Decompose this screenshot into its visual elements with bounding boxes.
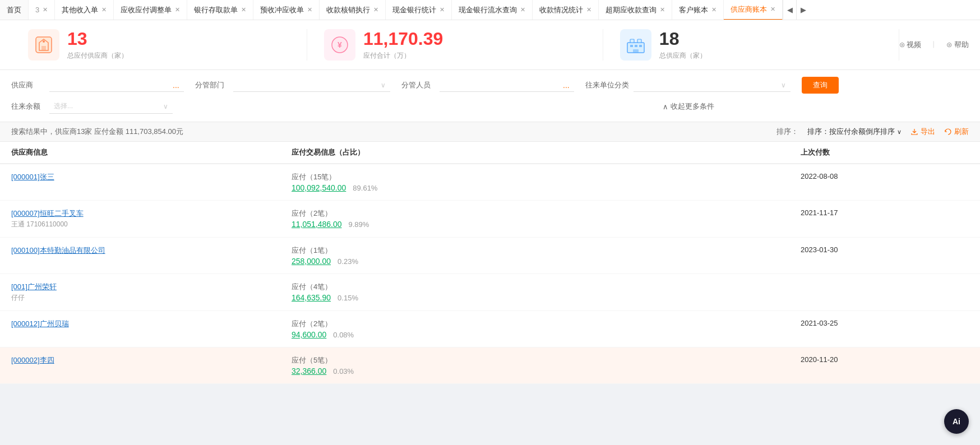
svg-rect-10 (630, 39, 634, 43)
trans-amount-3[interactable]: 258,000.00 (292, 257, 331, 266)
close-cash-bank-flow-icon[interactable]: ✕ (520, 6, 525, 13)
supplier-link-1[interactable]: [000001]张三 (11, 173, 54, 181)
dept-chevron-icon: ∨ (381, 81, 386, 89)
svg-rect-9 (633, 49, 639, 53)
transaction-info-4: 应付（4笔） 164,635.90 0.15% (292, 282, 801, 302)
trans-label-2: 应付（2笔） (292, 208, 801, 219)
nav-next-arrow[interactable]: ▶ (796, 0, 810, 20)
trans-percent-5: 0.08% (333, 331, 354, 339)
sort-chevron-icon: ∨ (897, 128, 902, 136)
trans-amount-6[interactable]: 32,366.00 (292, 367, 326, 376)
close-overdue-ar-icon[interactable]: ✕ (660, 6, 665, 13)
trans-row-2: 11,051,486.00 9.89% (292, 220, 801, 229)
trans-amount-2[interactable]: 11,051,486.00 (292, 220, 342, 229)
dept-filter-select[interactable]: ∨ (233, 79, 390, 92)
close-ar-ap-adjust-icon[interactable]: ✕ (175, 6, 180, 13)
supplier-link-4[interactable]: [001]广州荣轩 (11, 282, 57, 291)
transaction-info-5: 应付（2笔） 94,600.00 0.08% (292, 319, 801, 339)
balance-filter-select[interactable]: 选择... ∨ (49, 99, 173, 114)
person-dots-btn[interactable]: ... (563, 81, 570, 90)
search-button[interactable]: 查询 (802, 77, 839, 94)
supplier-filter-input[interactable] (49, 78, 173, 91)
trans-percent-4: 0.15% (338, 294, 358, 302)
refresh-button[interactable]: 刷新 (944, 127, 969, 137)
collapse-filters-btn[interactable]: ∧ 收起更多条件 (663, 98, 714, 115)
supplier-dots-btn[interactable]: ... (173, 81, 179, 90)
filter-bar: 供应商 ... 分管部门 ∨ 分管人员 ... 往来单位分类 ∨ (0, 70, 980, 122)
supplier-link-5[interactable]: [000012]广州贝瑞 (11, 319, 69, 328)
nav-cash-bank-flow[interactable]: 现金银行流水查询 ✕ (452, 0, 533, 20)
svg-rect-7 (635, 45, 637, 47)
ap-amount-number: 11,170.39 (363, 29, 443, 49)
nav-home[interactable]: 首页 (0, 0, 29, 20)
export-button[interactable]: 导出 (910, 127, 935, 137)
nav-cash-bank-stat[interactable]: 现金银行统计 ✕ (386, 0, 452, 20)
summary-card-ap-amount: ¥ 11,170.39 应付合计（万） (307, 29, 603, 61)
nav-tab3[interactable]: 3 ✕ (29, 0, 55, 20)
nav-overdue-ar[interactable]: 超期应收款查询 ✕ (599, 0, 672, 20)
close-supplier-ledger-icon[interactable]: ✕ (770, 6, 775, 13)
table-header: 供应商信息 应付交易信息（占比） 上次付数 (0, 142, 980, 164)
balance-chevron-icon: ∨ (163, 103, 168, 110)
close-advance-ar-icon[interactable]: ✕ (307, 6, 312, 13)
person-filter-label: 分管人员 (401, 80, 435, 90)
table-row: [000007]恒旺二手叉车 王通 17106110000 应付（2笔） 11,… (0, 201, 980, 238)
trans-amount-4[interactable]: 164,635.90 (292, 293, 331, 302)
close-other-income-icon[interactable]: ✕ (101, 6, 107, 13)
close-bank-deposit-icon[interactable]: ✕ (241, 6, 246, 13)
close-tab3-icon[interactable]: ✕ (43, 6, 48, 13)
trans-label-5: 应付（2笔） (292, 319, 801, 329)
trans-percent-3: 0.23% (338, 257, 358, 266)
nav-collection-exec[interactable]: 收款核销执行 ✕ (320, 0, 386, 20)
nav-bank-deposit[interactable]: 银行存取款单 ✕ (187, 0, 253, 20)
supplier-info-3: [000100]本特勤油品有限公司 (11, 245, 292, 256)
transaction-info-1: 应付（15笔） 100,092,540.00 89.61% (292, 172, 801, 192)
nav-prev-arrow[interactable]: ◀ (783, 0, 796, 20)
close-customer-ledger-icon[interactable]: ✕ (711, 6, 716, 13)
video-help-link[interactable]: ⊙ 视频 (899, 40, 922, 50)
supplier-info-1: [000001]张三 (11, 172, 292, 182)
supplier-info-5: [000012]广州贝瑞 (11, 319, 292, 329)
refresh-label: 刷新 (954, 127, 969, 137)
close-cash-bank-stat-icon[interactable]: ✕ (440, 6, 445, 13)
trans-amount-1[interactable]: 100,092,540.00 (292, 183, 346, 192)
ap-suppliers-icon (28, 29, 59, 61)
svg-rect-8 (639, 45, 642, 47)
trans-row-1: 100,092,540.00 89.61% (292, 183, 801, 192)
nav-advance-ar[interactable]: 预收冲应收单 ✕ (253, 0, 320, 20)
supplier-link-3[interactable]: [000100]本特勤油品有限公司 (11, 246, 105, 254)
result-actions: 排序： 排序：按应付余额倒序排序 ∨ 导出 刷新 (776, 127, 969, 137)
supplier-link-2[interactable]: [000007]恒旺二手叉车 (11, 209, 84, 217)
nav-collection-stat[interactable]: 收款情况统计 ✕ (533, 0, 599, 20)
trans-amount-5[interactable]: 94,600.00 (292, 330, 326, 339)
supplier-info-6: [000002]李四 (11, 355, 292, 365)
export-label: 导出 (921, 127, 935, 137)
balance-filter: 往来余额 选择... ∨ (11, 99, 173, 114)
unit-type-filter-select[interactable]: ∨ (634, 79, 791, 92)
last-payment-3: 2023-01-30 (801, 245, 969, 254)
supplier-link-6[interactable]: [000002]李四 (11, 356, 54, 364)
person-filter-input[interactable] (440, 78, 563, 91)
top-nav: 首页 3 ✕ 其他收入单 ✕ 应收应付调整单 ✕ 银行存取款单 ✕ 预收冲应收单… (0, 0, 980, 20)
supplier-info-2: [000007]恒旺二手叉车 王通 17106110000 (11, 208, 292, 229)
text-help-link[interactable]: ⊙ 帮助 (946, 40, 969, 50)
col-header-supplier: 供应商信息 (11, 147, 292, 157)
trans-percent-2: 9.89% (349, 220, 369, 229)
nav-customer-ledger[interactable]: 客户账本 ✕ (672, 0, 724, 20)
person-filter: 分管人员 ... (401, 78, 574, 92)
nav-supplier-ledger[interactable]: 供应商账本 ✕ (724, 0, 783, 20)
total-suppliers-label: 总供应商（家） (659, 51, 706, 61)
table-row: [000002]李四 应付（5笔） 32,366.00 0.03% 2020-1… (0, 347, 980, 384)
nav-other-income[interactable]: 其他收入单 ✕ (55, 0, 114, 20)
svg-rect-11 (637, 39, 641, 43)
sort-select[interactable]: 排序：按应付余额倒序排序 ∨ (807, 127, 902, 137)
nav-ar-ap-adjust[interactable]: 应收应付调整单 ✕ (114, 0, 187, 20)
close-collection-stat-icon[interactable]: ✕ (586, 6, 591, 13)
ai-badge[interactable]: Ai (944, 409, 969, 434)
collapse-label: 收起更多条件 (671, 101, 714, 112)
ap-suppliers-text: 13 总应付供应商（家） (67, 29, 128, 61)
summary-help: ⊙ 视频 丨 ⊙ 帮助 (899, 40, 969, 50)
last-payment-5: 2021-03-25 (801, 319, 969, 327)
last-payment-2: 2021-11-17 (801, 208, 969, 217)
close-collection-exec-icon[interactable]: ✕ (373, 6, 378, 13)
